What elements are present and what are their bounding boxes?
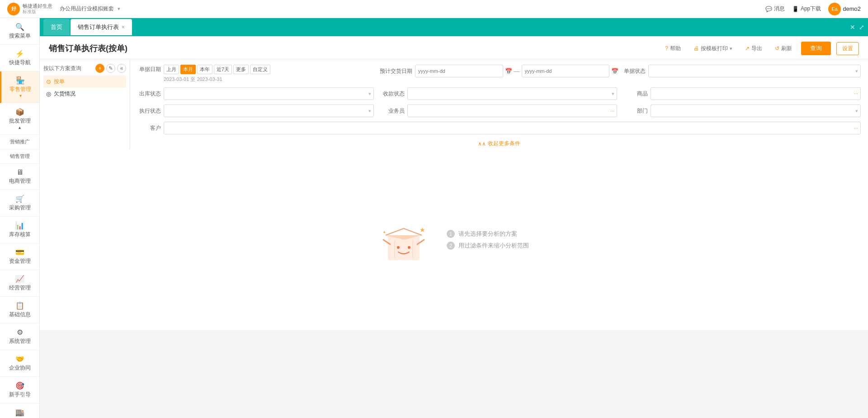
date-separator: — bbox=[514, 68, 520, 75]
cal-start-icon[interactable]: 📅 bbox=[505, 68, 512, 75]
hint-number-2: 2 bbox=[447, 242, 455, 250]
collapse-chevron-icon: ∧∧ bbox=[478, 141, 486, 147]
scheme-collapse-btn[interactable]: « bbox=[117, 64, 126, 73]
filter-container: 按以下方案查询 + ✎ « ⊙ 按单 ◎ 欠货情况 bbox=[40, 59, 868, 149]
message-btn[interactable]: 💬 消息 bbox=[765, 5, 785, 13]
sidebar-item-wholesale[interactable]: 📦 批发管理 ▴ bbox=[0, 103, 39, 135]
home-tab-label: 首页 bbox=[51, 23, 62, 31]
app-title: 办公用品行业模拟账套 bbox=[60, 5, 114, 13]
salesperson-more-icon[interactable]: ··· bbox=[610, 108, 614, 114]
print-dropdown-icon[interactable]: ▾ bbox=[730, 46, 732, 52]
purchase-icon: 🛒 bbox=[15, 195, 24, 203]
page-title: 销售订单执行表(按单) bbox=[49, 43, 127, 54]
sidebar-item-enterprise[interactable]: 🤝 企业协同 bbox=[0, 350, 39, 377]
expected-date-start[interactable] bbox=[415, 65, 503, 77]
empty-hints: 1 请先选择要分析的方案 2 用过滤条件来缩小分析范围 bbox=[447, 230, 529, 250]
sidebar-item-operation[interactable]: 📈 经营管理 bbox=[0, 270, 39, 297]
expected-date-label: 预计交货日期 bbox=[380, 67, 412, 75]
scheme-item-by-order[interactable]: ⊙ 按单 bbox=[43, 76, 126, 88]
sidebar-item-search[interactable]: 🔍 搜索菜单 bbox=[0, 18, 39, 45]
collapse-more-btn[interactable]: ∧∧ 收起更多条件 bbox=[137, 136, 861, 149]
scheme-item-by-debt[interactable]: ◎ 欠货情况 bbox=[43, 88, 126, 100]
svg-point-4 bbox=[408, 246, 410, 249]
refresh-btn[interactable]: ↺ 刷新 bbox=[771, 43, 796, 54]
department-input[interactable] bbox=[651, 104, 861, 117]
tab-home[interactable]: 首页 bbox=[43, 19, 70, 35]
right-filter-area: 单据日期 上月 本月 本年 近7天 更多 自定义 2023 bbox=[130, 59, 868, 149]
salesperson-input[interactable] bbox=[407, 104, 618, 117]
print-btn[interactable]: 🖨 按模板打印 ▾ bbox=[690, 43, 736, 54]
custom-btn[interactable]: 自定义 bbox=[250, 65, 270, 74]
date-label: 单据日期 bbox=[137, 66, 161, 73]
sidebar-subitem-sales[interactable]: 销售管理 bbox=[0, 149, 39, 164]
sidebar-item-quicknav[interactable]: ⚡ 快捷导航 bbox=[0, 45, 39, 71]
window-max-icon[interactable]: ⤢ bbox=[859, 24, 864, 31]
sidebar: 🔍 搜索菜单 ⚡ 快捷导航 🏪 零售管理 ▾ 📦 批发管理 ▴ 营销推广 销售管… bbox=[0, 18, 40, 418]
empty-svg-icon: ★ ✦ bbox=[379, 215, 429, 265]
message-icon: 💬 bbox=[765, 6, 772, 12]
app-download-btn[interactable]: 📱 App下载 bbox=[792, 5, 821, 13]
sidebar-item-appstore[interactable]: 🏬 应用中心 bbox=[0, 404, 39, 418]
salesperson-label: 业务员 bbox=[381, 107, 405, 115]
sales-tab-label: 销售订单执行表 bbox=[78, 23, 119, 31]
cal-end-icon[interactable]: 📅 bbox=[611, 68, 618, 75]
empty-state: ★ ✦ 1 请先选择要分析的方案 2 用过滤条件来缩小分析范围 bbox=[379, 215, 529, 265]
sidebar-item-purchase[interactable]: 🛒 采购管理 bbox=[0, 190, 39, 217]
this-year-btn[interactable]: 本年 bbox=[197, 65, 212, 74]
sidebar-item-retail[interactable]: 🏪 零售管理 ▾ bbox=[0, 71, 39, 103]
operation-icon: 📈 bbox=[15, 275, 24, 283]
status-input[interactable] bbox=[648, 65, 861, 77]
collection-status-label: 收款状态 bbox=[381, 90, 405, 98]
sidebar-item-ecommerce[interactable]: 🖥 电商管理 bbox=[0, 164, 39, 190]
print-icon: 🖨 bbox=[693, 45, 699, 52]
customer-input[interactable] bbox=[164, 122, 861, 134]
goods-group: 商品 ··· bbox=[624, 87, 861, 100]
expected-date-end[interactable] bbox=[522, 65, 610, 77]
svg-text:✦: ✦ bbox=[382, 230, 386, 235]
more-btn[interactable]: 更多 bbox=[233, 65, 249, 74]
collection-status-input[interactable] bbox=[407, 87, 618, 100]
execution-status-input[interactable] bbox=[164, 104, 374, 117]
department-group: 部门 ▾ bbox=[624, 104, 861, 117]
execution-status-group: 执行状态 ▾ bbox=[137, 104, 374, 117]
customer-more-icon[interactable]: ··· bbox=[854, 125, 858, 131]
sidebar-item-newbie[interactable]: 🎯 新手引导 bbox=[0, 377, 39, 404]
page-actions: ? 帮助 🖨 按模板打印 ▾ ↗ 导出 ↺ 刷新 bbox=[661, 42, 859, 55]
by-debt-icon: ◎ bbox=[46, 90, 51, 97]
newbie-icon: 🎯 bbox=[15, 381, 24, 390]
expand-icon2: ▴ bbox=[19, 125, 21, 130]
query-btn[interactable]: 查询 bbox=[801, 42, 831, 55]
empty-hint-1: 1 请先选择要分析的方案 bbox=[447, 230, 517, 238]
sidebar-item-basic[interactable]: 📋 基础信息 bbox=[0, 297, 39, 323]
window-close-icon[interactable]: ✕ bbox=[850, 24, 855, 31]
export-btn[interactable]: ↗ 导出 bbox=[741, 43, 766, 54]
nav-tabs-bar: 首页 销售订单执行表 × ✕ ⤢ bbox=[40, 18, 868, 36]
sidebar-item-system[interactable]: ⚙ 系统管理 bbox=[0, 323, 39, 350]
sidebar-item-finance[interactable]: 💳 资金管理 bbox=[0, 243, 39, 270]
delivery-status-input[interactable] bbox=[164, 87, 374, 100]
ecommerce-icon: 🖥 bbox=[16, 168, 24, 176]
tab-close-icon[interactable]: × bbox=[122, 24, 125, 30]
goods-more-icon[interactable]: ··· bbox=[854, 91, 858, 96]
user-area[interactable]: Ea demo2 bbox=[828, 3, 861, 15]
last-month-btn[interactable]: 上月 bbox=[164, 65, 179, 74]
this-month-btn[interactable]: 本月 bbox=[180, 65, 196, 74]
scheme-edit-btn[interactable]: ✎ bbox=[106, 64, 115, 73]
app-dropdown-icon[interactable]: ▾ bbox=[118, 6, 120, 12]
filter-row-2: 出库状态 ▾ 收款状态 ▾ bbox=[137, 87, 861, 100]
last7-btn[interactable]: 近7天 bbox=[214, 65, 232, 74]
system-icon: ⚙ bbox=[17, 328, 23, 337]
tab-sales-order[interactable]: 销售订单执行表 × bbox=[71, 19, 132, 35]
delivery-status-group: 出库状态 ▾ bbox=[137, 87, 374, 100]
basic-icon: 📋 bbox=[15, 301, 24, 310]
customer-label: 客户 bbox=[137, 124, 161, 132]
settings-btn[interactable]: 设置 bbox=[836, 42, 859, 55]
goods-input[interactable] bbox=[651, 87, 861, 100]
help-btn[interactable]: ? 帮助 bbox=[661, 43, 684, 54]
logo-text: 畅捷通好生意 标准版 bbox=[23, 3, 52, 14]
page-header: 销售订单执行表(按单) ? 帮助 🖨 按模板打印 ▾ ↗ 导出 bbox=[40, 36, 868, 59]
scheme-add-btn[interactable]: + bbox=[95, 64, 104, 73]
sidebar-item-inventory[interactable]: 📊 库存核算 bbox=[0, 217, 39, 243]
sidebar-subitem-marketing[interactable]: 营销推广 bbox=[0, 135, 39, 149]
inventory-icon: 📊 bbox=[15, 221, 24, 230]
